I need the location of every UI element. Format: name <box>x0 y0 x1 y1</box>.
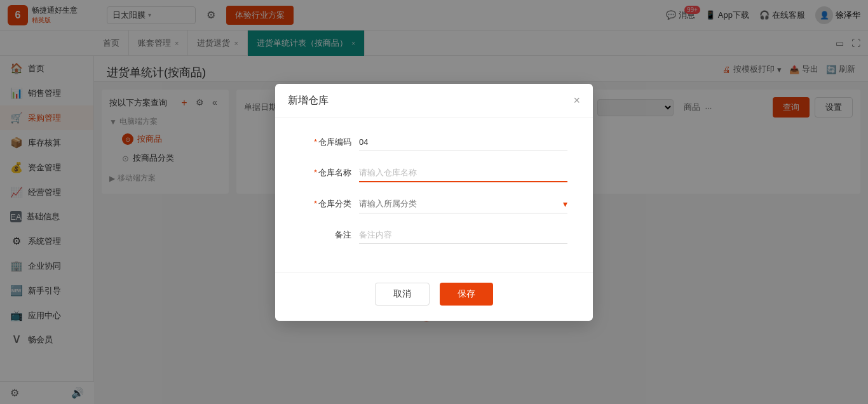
category-select-wrap[interactable]: ▾ <box>359 195 567 213</box>
name-label: 仓库名称 <box>301 167 351 178</box>
dialog-footer: 取消 保存 <box>275 272 593 321</box>
category-input[interactable] <box>359 199 563 208</box>
form-row-name: 仓库名称 <box>301 164 567 182</box>
code-label: 仓库编码 <box>301 137 351 148</box>
category-label: 仓库分类 <box>301 198 351 210</box>
category-dropdown-arrow: ▾ <box>563 199 567 209</box>
dialog-close-button[interactable]: × <box>573 94 580 107</box>
add-warehouse-dialog: 新增仓库 × 仓库编码 仓库名称 仓库分类 ▾ <box>275 84 593 321</box>
dialog-header: 新增仓库 × <box>275 84 593 118</box>
save-button[interactable]: 保存 <box>440 283 493 306</box>
note-label: 备注 <box>301 229 351 241</box>
dialog-body: 仓库编码 仓库名称 仓库分类 ▾ 备注 <box>275 118 593 272</box>
modal-overlay: 新增仓库 × 仓库编码 仓库名称 仓库分类 ▾ <box>0 0 868 404</box>
note-input[interactable] <box>359 226 567 244</box>
cancel-button[interactable]: 取消 <box>375 283 430 306</box>
dialog-title: 新增仓库 <box>288 94 329 107</box>
form-row-note: 备注 <box>301 226 567 244</box>
code-input[interactable] <box>359 133 567 151</box>
form-row-code: 仓库编码 <box>301 133 567 151</box>
form-row-category: 仓库分类 ▾ <box>301 195 567 213</box>
name-input[interactable] <box>359 164 567 182</box>
